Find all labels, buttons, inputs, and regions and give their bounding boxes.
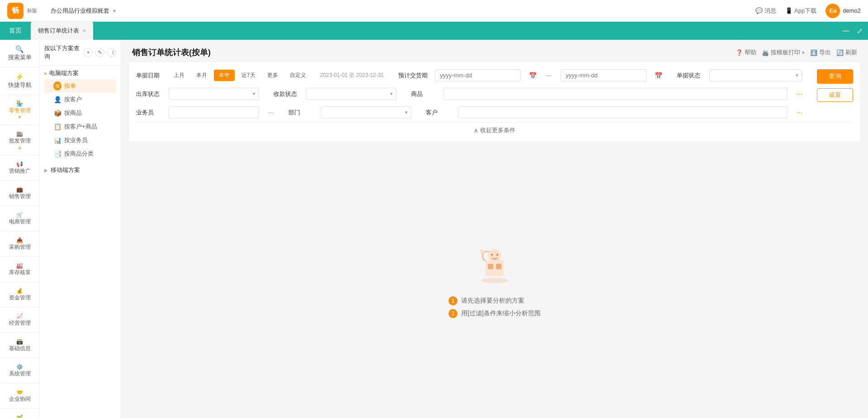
payment-status-label: 收款状态 [274, 90, 299, 98]
message-icon: 💬 [755, 7, 763, 14]
window-minimize-icon[interactable]: — [840, 25, 851, 37]
sidebar-item-quicknav[interactable]: ⚡ 快捷导航 [0, 67, 39, 95]
customer-label: 客户 [426, 109, 451, 117]
scheme-mobile-title[interactable]: ▶ 移动端方案 [44, 166, 116, 174]
tab-active[interactable]: 销售订单统计表 × [31, 22, 93, 40]
export-button[interactable]: ⬇️ 导出 [810, 48, 831, 57]
expected-delivery-start[interactable] [435, 69, 521, 81]
scheme-item-by-order[interactable]: 按 按单 [44, 79, 116, 93]
sidebar-item-enterprise[interactable]: 🤝 企业协同 [0, 384, 39, 409]
main-layout: 🔍 搜索菜单 ⚡ 快捷导航 🏪 零售管理 ▾ 🏬 批发管理 ▴ 📢 营销推广 💼… [0, 40, 868, 418]
print-button[interactable]: 🖨️ 按模板打印 ▾ [762, 48, 805, 57]
date-tab-thisyear[interactable]: 本年 [214, 70, 235, 81]
sidebar: 🔍 搜索菜单 ⚡ 快捷导航 🏪 零售管理 ▾ 🏬 批发管理 ▴ 📢 营销推广 💼… [0, 40, 40, 418]
collapse-icon: ∧ [474, 127, 478, 134]
date-tabs: 上月 本月 本年 近7天 更多 [169, 70, 311, 81]
query-button[interactable]: 查询 [817, 69, 853, 84]
scheme-add-button[interactable]: + [84, 48, 93, 57]
salesperson-input[interactable] [169, 106, 259, 119]
refresh-button[interactable]: 🔄 刷新 [836, 48, 857, 57]
download-icon: 📱 [785, 7, 793, 14]
print-icon: 🖨️ [762, 49, 769, 56]
scheme-item-icon-order: 按 [53, 82, 61, 90]
dept-wrapper [321, 106, 411, 119]
payment-status-select[interactable] [306, 88, 396, 100]
sidebar-item-newbie[interactable]: 🌱 新手引导 [0, 409, 39, 418]
help-button[interactable]: ❓ 帮助 [736, 48, 756, 57]
scheme-item-by-product[interactable]: 📦 按商品 [44, 106, 116, 120]
date-tab-custom[interactable]: 自定义 [285, 70, 311, 81]
finance-icon: 💰 [16, 288, 23, 294]
purchase-icon: 📥 [16, 237, 23, 243]
empty-illustration [472, 242, 517, 287]
sidebar-item-finance[interactable]: 💰 资金管理 [0, 282, 39, 308]
delivery-status-wrapper [169, 88, 259, 100]
product-input[interactable] [443, 88, 788, 100]
scheme-item-by-category[interactable]: 📑 按商品分类 [44, 147, 116, 161]
sidebar-item-purchase[interactable]: 📥 采购管理 [0, 232, 39, 257]
empty-hint-2: 2 用[过滤]条件来缩小分析范围 [448, 309, 541, 318]
sidebar-item-system[interactable]: ⚙️ 系统管理 [0, 358, 39, 384]
sidebar-item-sales[interactable]: 💼 销售管理 [0, 181, 39, 206]
workspace-arrow-icon[interactable]: ▾ [113, 8, 116, 14]
delivery-status-select[interactable] [169, 88, 259, 100]
scheme-desktop-section: ▾ 电脑端方案 按 按单 👤 按客户 📦 按商品 📋 按客户+商品 [40, 66, 121, 162]
svg-point-5 [491, 254, 493, 256]
filter-area: 单据日期 上月 本月 本年 近7天 [128, 62, 861, 142]
date-tab-thismonth[interactable]: 本月 [191, 70, 212, 81]
date-picker-start-icon[interactable]: 📅 [529, 72, 537, 79]
base-icon: 🗃️ [16, 338, 23, 345]
scheme-panel-header: 按以下方案查询 + ✎ 《 [40, 40, 121, 66]
sidebar-item-operation[interactable]: 📈 经营管理 [0, 308, 39, 333]
sidebar-item-retail[interactable]: 🏪 零售管理 ▾ [0, 95, 39, 125]
tab-home[interactable]: 首页 [0, 22, 31, 40]
workspace-name[interactable]: 办公用品行业模拟账套 [51, 7, 109, 15]
date-picker-end-icon[interactable]: 📅 [655, 72, 662, 79]
scheme-item-by-salesperson[interactable]: 📊 按业务员 [44, 133, 116, 147]
sales-icon: 💼 [16, 186, 23, 193]
scheme-collapse-button[interactable]: 《 [107, 48, 116, 57]
sidebar-item-search[interactable]: 🔍 搜索菜单 [0, 40, 39, 67]
tabbar: 首页 销售订单统计表 × — ⤢ [0, 22, 868, 40]
tabbar-window-controls: — ⤢ [840, 25, 868, 37]
user-menu[interactable]: Ea demo2 [826, 4, 861, 18]
empty-hints: 1 请先选择要分析的方案 2 用[过滤]条件来缩小分析范围 [448, 296, 541, 318]
sidebar-item-stock[interactable]: 🏭 库存核算 [0, 257, 39, 282]
tab-close-icon[interactable]: × [83, 28, 86, 34]
dept-select[interactable] [321, 106, 411, 119]
sidebar-item-marketing[interactable]: 📢 营销推广 [0, 156, 39, 181]
print-dropdown-icon[interactable]: ▾ [802, 50, 805, 56]
collapse-button[interactable]: ∧ 收起更多条件 [474, 126, 515, 134]
payment-status-wrapper [306, 88, 396, 100]
scheme-edit-button[interactable]: ✎ [95, 48, 104, 57]
app-download-button[interactable]: 📱 App下载 [785, 7, 816, 15]
sidebar-item-ecom[interactable]: 🛒 电商管理 [0, 206, 39, 232]
date-tab-more[interactable]: 更多 [262, 70, 283, 81]
date-tab-lastmonth[interactable]: 上月 [169, 70, 189, 81]
scheme-panel-title: 按以下方案查询 [44, 44, 81, 61]
tab-active-label: 销售订单统计表 [38, 27, 79, 35]
settings-button[interactable]: 设置 [817, 88, 853, 102]
doc-status-select-wrapper [709, 69, 802, 81]
doc-status-select[interactable] [709, 69, 802, 81]
scheme-panel: 按以下方案查询 + ✎ 《 ▾ 电脑端方案 按 [40, 40, 121, 418]
product-more-icon[interactable]: ··· [797, 90, 802, 98]
expected-delivery-end[interactable] [561, 69, 646, 81]
content-area: 销售订单统计表(按单) ❓ 帮助 🖨️ 按模板打印 ▾ ⬇️ 导出 🔄 刷新 [121, 40, 868, 418]
scheme-desktop-title[interactable]: ▾ 电脑端方案 [44, 69, 116, 77]
date-tab-last7[interactable]: 近7天 [236, 70, 260, 81]
customer-more-icon[interactable]: ··· [797, 109, 802, 117]
filter-row-3: 业务员 ··· 部门 客户 ··· [136, 106, 802, 119]
sidebar-item-wholesale[interactable]: 🏬 批发管理 ▴ [0, 125, 39, 156]
salesperson-more-icon[interactable]: ··· [268, 109, 274, 117]
export-icon: ⬇️ [810, 49, 817, 56]
scheme-item-by-cust-prod[interactable]: 📋 按客户+商品 [44, 120, 116, 133]
scheme-item-by-customer[interactable]: 👤 按客户 [44, 93, 116, 106]
customer-input[interactable] [458, 106, 787, 119]
window-maximize-icon[interactable]: ⤢ [855, 25, 864, 37]
sidebar-item-base[interactable]: 🗃️ 基础信息 [0, 333, 39, 358]
date-range-hint: 2023-01-01 至 2023-12-31 [320, 71, 384, 79]
message-button[interactable]: 💬 消息 [755, 7, 776, 15]
product-label: 商品 [411, 90, 436, 98]
scheme-mobile-section: ▶ 移动端方案 [40, 162, 121, 178]
